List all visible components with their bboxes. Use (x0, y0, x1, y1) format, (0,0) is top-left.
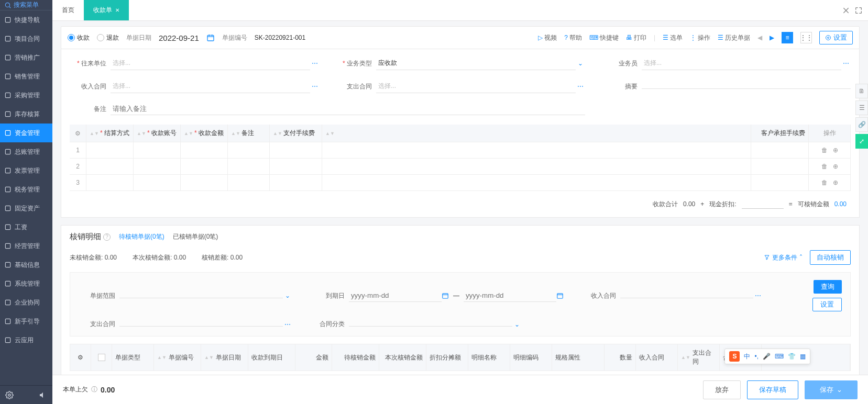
auto-writeoff-button[interactable]: 自动核销 (810, 250, 851, 265)
query-button[interactable]: 查询 (814, 280, 842, 294)
sidebar-item[interactable]: 总账管理 (0, 142, 52, 161)
col-spec[interactable]: 规格属性 (555, 353, 580, 362)
col-remark[interactable]: 备注 (241, 129, 254, 138)
tab-pending[interactable]: 待核销单据(0笔) (119, 232, 164, 241)
fullscreen-icon[interactable] (854, 6, 863, 15)
ime-keyboard-icon[interactable]: ⌨ (775, 353, 784, 360)
sidebar-item[interactable]: 新手引导 (0, 312, 52, 331)
ime-mic-icon[interactable]: 🎤 (763, 353, 771, 360)
float-note-icon[interactable]: 🗎 (855, 84, 868, 98)
date-value[interactable]: 2022-09-21 (159, 33, 199, 42)
next-icon[interactable]: ▶ (770, 34, 774, 41)
sidebar-item[interactable]: 云应用 (0, 331, 52, 350)
contract-cat-filter[interactable] (349, 322, 512, 327)
chevron-down-icon[interactable]: ⌄ (576, 60, 585, 67)
table-row[interactable]: 1🗑⊕ (70, 142, 851, 159)
view-grid-button[interactable]: ⋮⋮ (800, 32, 812, 43)
float-attach-icon[interactable]: 🔗 (855, 117, 868, 132)
chevron-down-icon[interactable]: ⌄ (283, 292, 292, 299)
col-fee[interactable]: 支付手续费 (283, 129, 315, 138)
sidebar-item[interactable]: 快捷导航 (0, 10, 52, 29)
delete-icon[interactable]: 🗑 (821, 147, 828, 154)
date-to-input[interactable] (464, 289, 556, 302)
col-type[interactable]: 单据类型 (115, 353, 140, 362)
radio-refund[interactable]: 退款 (97, 33, 119, 42)
help-icon[interactable]: ⓘ (91, 385, 97, 394)
sidebar-item[interactable]: 营销推广 (0, 48, 52, 67)
sidebar-search[interactable]: 搜索菜单 (0, 0, 52, 10)
ime-skin-icon[interactable]: 👕 (788, 353, 796, 360)
add-icon[interactable]: ⊕ (833, 163, 838, 170)
save-button[interactable]: 保存 ⌄ (805, 380, 858, 399)
float-list-icon[interactable]: ☰ (855, 100, 868, 115)
video-link[interactable]: ▷视频 (538, 33, 557, 42)
ellipsis-icon[interactable]: ⋯ (310, 83, 320, 90)
sidebar-item[interactable]: 发票管理 (0, 161, 52, 180)
income-contract-filter[interactable] (620, 294, 753, 298)
ime-punct-icon[interactable]: •, (754, 353, 759, 360)
view-list-button[interactable]: ≡ (782, 32, 793, 43)
add-icon[interactable]: ⊕ (833, 179, 838, 186)
sidebar-item[interactable]: 基础信息 (0, 255, 52, 274)
radio-receive[interactable]: 收款 (68, 33, 90, 42)
tab-home[interactable]: 首页 (52, 0, 84, 20)
date-from-input[interactable] (349, 289, 442, 302)
close-icon[interactable]: ✕ (115, 7, 119, 13)
col-expense[interactable]: 支出合同 (693, 349, 716, 366)
ellipsis-icon[interactable]: ⋯ (310, 60, 320, 67)
help-icon[interactable]: ? (103, 233, 111, 241)
delete-icon[interactable]: 🗑 (821, 179, 828, 186)
select-all-checkbox[interactable] (98, 354, 105, 361)
tab-done[interactable]: 已核销单据(0笔) (173, 232, 218, 241)
volume-icon[interactable] (39, 391, 47, 399)
gear-icon[interactable] (5, 391, 14, 399)
close-icon[interactable] (842, 6, 850, 15)
calendar-icon[interactable] (442, 292, 449, 299)
help-link[interactable]: ?帮助 (564, 33, 582, 42)
calendar-icon[interactable] (556, 292, 564, 299)
biztype-input[interactable]: 应收款 (376, 57, 576, 70)
col-amount2[interactable]: 金额 (316, 353, 328, 362)
sidebar-item[interactable]: 企业协同 (0, 293, 52, 312)
col-dname[interactable]: 明细名称 (471, 353, 497, 362)
col-this[interactable]: 本次核销金额 (385, 353, 423, 362)
add-icon[interactable]: ⊕ (833, 147, 838, 154)
table-row[interactable]: 2🗑⊕ (70, 159, 851, 175)
sidebar-item[interactable]: 销售管理 (0, 67, 52, 86)
expense-contract-input[interactable]: 选择... (376, 80, 576, 93)
filter-settings-button[interactable]: 设置 (812, 298, 842, 311)
shortcut-link[interactable]: ⌨快捷键 (589, 33, 619, 42)
discard-button[interactable]: 放弃 (703, 380, 741, 399)
summary-input[interactable] (642, 84, 851, 89)
docrange-input[interactable] (119, 294, 283, 298)
operate-link[interactable]: ⋮操作 (690, 33, 710, 42)
tab-receipt[interactable]: 收款单 ✕ (84, 0, 129, 20)
history-link[interactable]: ☰历史单据 (718, 33, 750, 42)
salesman-input[interactable]: 选择... (642, 57, 841, 70)
col-income[interactable]: 收入合同 (639, 353, 664, 362)
sidebar-item[interactable]: 系统管理 (0, 274, 52, 293)
col-discount[interactable]: 折扣分摊额 (430, 353, 461, 362)
sidebar-item[interactable]: 固定资产 (0, 199, 52, 218)
col-custfee[interactable]: 客户承担手续费 (761, 129, 805, 138)
remark-input[interactable] (111, 103, 585, 115)
print-link[interactable]: 🖶打印 (626, 33, 646, 42)
income-contract-input[interactable]: 选择... (111, 80, 310, 93)
more-conditions-link[interactable]: 更多条件 ˄ (764, 253, 803, 262)
delete-icon[interactable]: 🗑 (821, 163, 828, 170)
settings-button[interactable]: 设置 (819, 31, 853, 44)
discount-input[interactable] (742, 199, 784, 209)
col-dcode[interactable]: 明细编码 (513, 353, 539, 362)
sidebar-item[interactable]: 采购管理 (0, 86, 52, 105)
col-due[interactable]: 收款到期日 (251, 353, 283, 362)
ime-bar[interactable]: S 中 •, 🎤 ⌨ 👕 ▦ (724, 349, 810, 364)
col-acct[interactable]: 收款账号 (147, 129, 177, 138)
sidebar-item[interactable]: 资金管理 (0, 124, 52, 142)
ellipsis-icon[interactable]: ⋯ (841, 60, 851, 67)
col-pending[interactable]: 待核销金额 (344, 353, 376, 362)
calendar-icon[interactable] (206, 33, 215, 42)
chevron-down-icon[interactable]: ⌄ (512, 321, 522, 328)
float-expand-icon[interactable]: ⤢ (855, 134, 868, 149)
expense-contract-filter[interactable] (119, 322, 283, 327)
sidebar-item[interactable]: 经营管理 (0, 237, 52, 255)
